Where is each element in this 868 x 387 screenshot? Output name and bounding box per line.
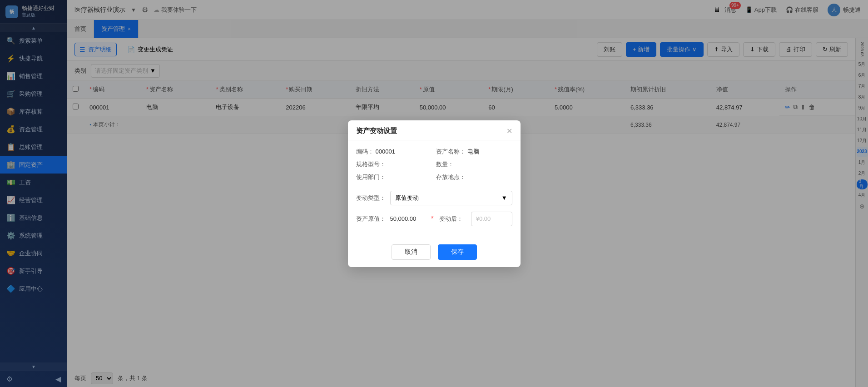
dialog-row-2: 规格型号： 数量： bbox=[356, 160, 512, 169]
modal-overlay: 资产变动设置 ✕ 编码： 000001 资产名称： 电脑 规格型号： bbox=[0, 0, 868, 387]
dialog-code-field: 编码： 000001 bbox=[356, 148, 432, 156]
dialog-change-type-label: 变动类型： bbox=[356, 194, 386, 202]
dialog-close-icon[interactable]: ✕ bbox=[506, 127, 512, 135]
required-star: * bbox=[431, 215, 434, 223]
after-change-placeholder: ¥0.00 bbox=[476, 215, 491, 222]
dialog-after-label: 变动后： bbox=[439, 215, 466, 223]
chevron-down-icon: ▼ bbox=[501, 194, 507, 201]
dialog-location-field: 存放地点： bbox=[436, 173, 512, 181]
dialog-change-type-row: 变动类型： 原值变动 ▼ bbox=[356, 191, 512, 205]
dialog-qty-field: 数量： bbox=[436, 160, 512, 169]
dialog-assetname-label: 资产名称： bbox=[436, 148, 466, 156]
change-type-value: 原值变动 bbox=[395, 194, 419, 202]
dialog-assetname-value: 电脑 bbox=[467, 148, 479, 156]
asset-change-dialog: 资产变动设置 ✕ 编码： 000001 资产名称： 电脑 规格型号： bbox=[348, 120, 521, 267]
dialog-body: 编码： 000001 资产名称： 电脑 规格型号： 数量： bbox=[348, 140, 521, 240]
change-type-select[interactable]: 原值变动 ▼ bbox=[390, 191, 512, 205]
dialog-header: 资产变动设置 ✕ bbox=[348, 120, 521, 140]
dialog-location-label: 存放地点： bbox=[436, 173, 466, 181]
dialog-code-value: 000001 bbox=[376, 148, 395, 155]
dialog-divider bbox=[356, 186, 512, 186]
dialog-spec-label: 规格型号： bbox=[356, 160, 386, 169]
dialog-asset-value-row: 资产原值： 50,000.00 * 变动后： ¥0.00 bbox=[356, 212, 512, 226]
dialog-dept-label: 使用部门： bbox=[356, 173, 386, 181]
dialog-qty-label: 数量： bbox=[436, 160, 454, 169]
dialog-asset-original-value: 50,000.00 bbox=[390, 215, 427, 222]
dialog-footer: 取消 保存 bbox=[348, 240, 521, 267]
dialog-after-input[interactable]: ¥0.00 bbox=[471, 212, 512, 226]
dialog-row-3: 使用部门： 存放地点： bbox=[356, 173, 512, 181]
cancel-button[interactable]: 取消 bbox=[392, 244, 431, 260]
dialog-row-1: 编码： 000001 资产名称： 电脑 bbox=[356, 148, 512, 156]
dialog-title: 资产变动设置 bbox=[356, 127, 397, 135]
dialog-assetname-field: 资产名称： 电脑 bbox=[436, 148, 512, 156]
save-button[interactable]: 保存 bbox=[438, 244, 477, 260]
dialog-code-label: 编码： bbox=[356, 148, 374, 156]
dialog-spec-field: 规格型号： bbox=[356, 160, 432, 169]
dialog-asset-original-label: 资产原值： bbox=[356, 215, 386, 223]
dialog-dept-field: 使用部门： bbox=[356, 173, 432, 181]
